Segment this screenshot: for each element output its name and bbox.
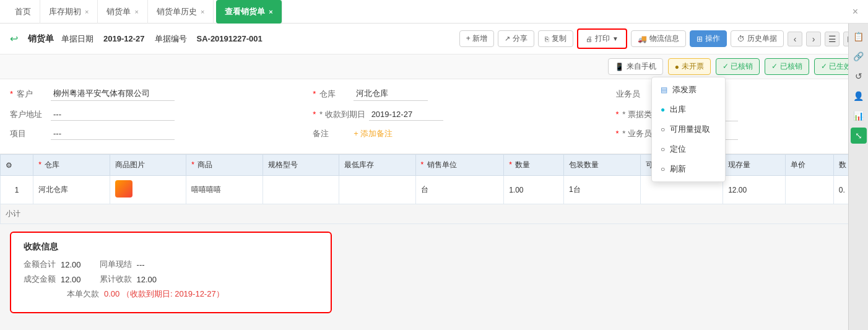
- outbound-item[interactable]: ● 出库: [652, 100, 725, 119]
- tab-view-sales[interactable]: 查看销货单 ×: [216, 0, 282, 24]
- row-min-stock: [339, 176, 415, 204]
- doc-type-icon: ↩: [10, 33, 18, 45]
- address-label: 客户地址: [10, 109, 47, 120]
- copy-icon: ⎘: [545, 35, 549, 43]
- total-amount-label: 金额合计: [24, 259, 56, 270]
- verify-button[interactable]: ✓ 已核销: [716, 58, 760, 75]
- unopened-button[interactable]: ● 未开票: [668, 58, 711, 75]
- project-label: 项目: [10, 128, 47, 139]
- prev-record-button[interactable]: ‹: [788, 32, 802, 46]
- cumulative-receipt-value: 12.00: [137, 275, 157, 284]
- same-order-value: ---: [137, 260, 145, 269]
- payment-date-value[interactable]: 2019-12-27: [369, 108, 443, 121]
- refresh-item[interactable]: ○ 刷新: [652, 159, 725, 179]
- transaction-amount-value: 12.00: [61, 275, 81, 284]
- table-header-row: ⚙ * 仓库 商品图片 * 商品 规格型号 最低库存 * 销售单位 * 数量 包…: [1, 155, 868, 176]
- date-label: 单据日期: [61, 33, 93, 45]
- locate-item[interactable]: ○ 定位: [652, 139, 725, 159]
- payment-date-label: * * 收款到期日: [313, 109, 365, 120]
- tab-inventory-init[interactable]: 库存期初 ×: [40, 0, 98, 24]
- warehouse-label: * 仓库: [313, 89, 350, 100]
- right-icon-4[interactable]: 👤: [851, 88, 867, 104]
- close-tab-inventory[interactable]: ×: [85, 8, 89, 15]
- tab-sales-history[interactable]: 销货单历史 ×: [148, 0, 214, 24]
- col-gear: ⚙: [1, 155, 33, 176]
- history-button[interactable]: ⏱ 历史单据: [731, 30, 784, 47]
- share-button[interactable]: ↗ 分享: [498, 30, 534, 47]
- list-view-button[interactable]: ☰: [825, 32, 840, 46]
- add-invoice-item[interactable]: ▤ 添发票: [652, 80, 725, 100]
- right-icon-expand[interactable]: ⤡: [851, 128, 867, 144]
- tab-home[interactable]: 首页: [6, 0, 40, 24]
- history-icon: ⏱: [737, 35, 745, 43]
- logistics-button[interactable]: 🚚 物流信息: [631, 30, 686, 47]
- print-icon: 🖨: [586, 35, 592, 43]
- row-sales-unit: 台: [415, 176, 504, 204]
- transaction-amount-item: 成交金额 12.00: [24, 274, 81, 285]
- payment-row-2: 成交金额 12.00 累计收款 12.00: [24, 274, 318, 285]
- available-qty-item[interactable]: ○ 可用量提取: [652, 119, 725, 139]
- date-value: 2019-12-27: [103, 34, 145, 43]
- doc-toolbar: ↩ 销货单 单据日期 2019-12-27 单据编号 SA-20191227-0…: [0, 24, 868, 54]
- logistics-icon: 🚚: [638, 35, 647, 43]
- close-tab-view[interactable]: ×: [269, 8, 272, 15]
- col-product-img: 商品图片: [110, 155, 186, 176]
- canceled-button[interactable]: ✓ 已核销: [765, 58, 809, 75]
- project-value[interactable]: ---: [51, 128, 175, 140]
- print-button[interactable]: 🖨 打印 ▼: [579, 31, 625, 46]
- address-field: 客户地址 ---: [10, 108, 313, 121]
- right-icon-2[interactable]: 🔗: [851, 48, 867, 64]
- payment-row-3: 本单欠款 0.00 （收款到期日: 2019-12-27）: [24, 289, 318, 300]
- right-icon-5[interactable]: 📊: [851, 108, 867, 124]
- customer-value[interactable]: 柳州粤港平安气体有限公司: [51, 87, 175, 101]
- current-arrears-value: 0.00 （收款到期日: 2019-12-27）: [104, 289, 224, 300]
- tab-bar: 首页 库存期初 × 销货单 × 销货单历史 × 查看销货单 × ×: [0, 0, 868, 24]
- doc-type-label: 销货单: [28, 33, 54, 45]
- product-table-container: ⚙ * 仓库 商品图片 * 商品 规格型号 最低库存 * 销售单位 * 数量 包…: [0, 154, 868, 224]
- doc-title-area: ↩ 销货单 单据日期 2019-12-27 单据编号 SA-20191227-0…: [10, 33, 452, 45]
- payment-date-field: * * 收款到期日 2019-12-27: [313, 108, 615, 121]
- product-image: [115, 180, 132, 198]
- doc-meta: 单据日期 2019-12-27 单据编号 SA-20191227-001: [61, 33, 263, 45]
- customer-field: * 客户 柳州粤港平安气体有限公司: [10, 87, 313, 101]
- form-row-1: * 客户 柳州粤港平安气体有限公司 * 仓库 河北仓库 业务员 演示账号: [10, 87, 858, 101]
- share-icon: ↗: [505, 35, 510, 43]
- total-amount-item: 金额合计 12.00: [24, 259, 81, 270]
- col-product: * 商品: [186, 155, 263, 176]
- next-record-button[interactable]: ›: [806, 32, 821, 46]
- new-button[interactable]: + 新增: [459, 30, 494, 47]
- col-current-stock: 现存量: [723, 155, 786, 176]
- col-sales-unit: * 销售单位: [415, 155, 504, 176]
- total-amount-value: 12.00: [61, 260, 81, 269]
- form-section: * 客户 柳州粤港平安气体有限公司 * 仓库 河北仓库 业务员 演示账号 客户地…: [0, 79, 868, 154]
- form-row-3: 项目 --- 备注 + 添加备注 * * 业务员孟 ---: [10, 128, 858, 140]
- row-index: 1: [1, 176, 33, 204]
- close-tab-sales[interactable]: ×: [134, 8, 138, 15]
- print-button-wrapper: 🖨 打印 ▼: [577, 28, 627, 49]
- cumulative-receipt-label: 累计收款: [100, 274, 132, 285]
- right-icon-3[interactable]: ↺: [851, 68, 867, 84]
- right-panel: 📋 🔗 ↺ 👤 📊 ⤡: [848, 24, 868, 321]
- from-phone-button[interactable]: 📱 来自手机: [608, 58, 663, 75]
- warehouse-value[interactable]: 河北仓库: [354, 87, 428, 101]
- same-order-label: 同单现结: [100, 259, 132, 270]
- address-value[interactable]: ---: [51, 108, 175, 121]
- table-row: 1 河北仓库 嘻嘻嘻嘻 台 1.00 1台 12.00 0.: [1, 176, 868, 204]
- copy-button[interactable]: ⎘ 复制: [538, 30, 573, 47]
- close-all-button[interactable]: ×: [853, 6, 858, 17]
- refresh-icon: ○: [661, 165, 665, 173]
- add-remark-button[interactable]: + 添加备注: [354, 128, 393, 139]
- payment-row-1: 金额合计 12.00 同单现结 ---: [24, 259, 318, 270]
- add-invoice-icon: ▤: [661, 85, 667, 94]
- col-quantity: * 数量: [504, 155, 564, 176]
- remark-label: 备注: [313, 128, 350, 139]
- product-table: ⚙ * 仓库 商品图片 * 商品 规格型号 最低库存 * 销售单位 * 数量 包…: [0, 154, 868, 224]
- row-warehouse: 河北仓库: [33, 176, 110, 204]
- tab-sales-order[interactable]: 销货单 ×: [98, 0, 147, 24]
- right-icon-1[interactable]: 📋: [851, 28, 867, 45]
- close-tab-history[interactable]: ×: [201, 8, 204, 15]
- payment-title: 收款信息: [24, 241, 318, 253]
- project-field: 项目 ---: [10, 128, 313, 140]
- operations-button[interactable]: ⊞ 操作: [690, 30, 727, 47]
- invoice-status-icon: ●: [675, 63, 679, 71]
